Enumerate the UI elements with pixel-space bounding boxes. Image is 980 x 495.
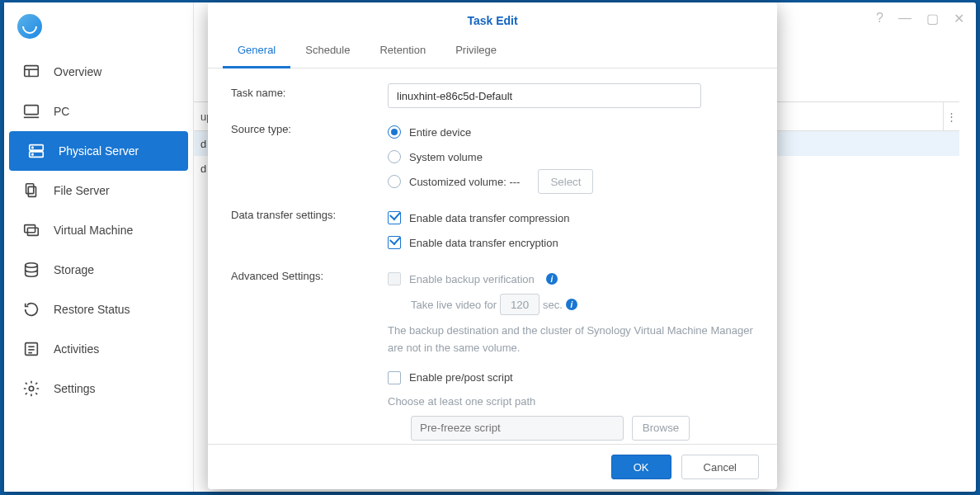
checkbox-encryption[interactable]: Enable data transfer encryption xyxy=(388,230,754,255)
checkbox-label: Enable pre/post script xyxy=(409,371,513,384)
info-icon[interactable]: i xyxy=(546,273,558,285)
ok-button[interactable]: OK xyxy=(611,455,671,479)
radio-label: System volume xyxy=(409,151,483,163)
radio-label: Customized volume: --- xyxy=(409,176,520,188)
modal-footer: OK Cancel xyxy=(208,444,777,489)
checkbox-icon xyxy=(388,211,401,224)
checkbox-label: Enable backup verification xyxy=(409,273,535,285)
tab-retention[interactable]: Retention xyxy=(365,35,441,68)
tab-privilege[interactable]: Privilege xyxy=(441,35,511,68)
radio-icon xyxy=(388,150,401,163)
pre-script-input xyxy=(411,416,624,441)
radio-label: Entire device xyxy=(409,126,471,139)
checkbox-label: Enable data transfer encryption xyxy=(409,237,558,249)
checkbox-script[interactable]: Enable pre/post script xyxy=(388,365,754,390)
browse-pre-button: Browse xyxy=(632,416,690,441)
checkbox-label: Enable data transfer compression xyxy=(409,212,569,224)
live-video-pre: Take live video for xyxy=(411,299,497,311)
live-video-row: Take live video for sec. i xyxy=(411,291,754,318)
live-video-post: sec. xyxy=(543,299,563,311)
task-name-input[interactable] xyxy=(388,83,701,108)
label-task-name: Task name: xyxy=(231,83,388,99)
radio-icon xyxy=(388,175,401,188)
select-volume-button: Select xyxy=(538,169,593,194)
vm-warning-text: The backup destination and the cluster o… xyxy=(388,323,754,357)
live-video-input xyxy=(500,294,539,315)
modal-tabs: General Schedule Retention Privilege xyxy=(208,35,777,68)
checkbox-icon xyxy=(388,371,401,384)
tab-general[interactable]: General xyxy=(223,35,290,68)
modal-title: Task Edit xyxy=(208,2,777,35)
modal-body: Task name: Source type: Entire device Sy… xyxy=(208,68,777,444)
radio-system-volume[interactable]: System volume xyxy=(388,144,754,169)
checkbox-verification: Enable backup verification i xyxy=(388,266,754,291)
radio-entire-device[interactable]: Entire device xyxy=(388,120,754,144)
radio-customized-volume[interactable]: Customized volume: --- Select xyxy=(388,169,754,194)
label-source-type: Source type: xyxy=(231,120,388,135)
info-icon[interactable]: i xyxy=(566,299,577,310)
cancel-button[interactable]: Cancel xyxy=(681,455,759,479)
checkbox-icon xyxy=(388,272,401,285)
label-data-transfer: Data transfer settings: xyxy=(231,205,388,221)
checkbox-icon xyxy=(388,236,401,249)
checkbox-compression[interactable]: Enable data transfer compression xyxy=(388,205,754,230)
script-hint: Choose at least one script path xyxy=(388,395,754,408)
task-edit-modal: Task Edit General Schedule Retention Pri… xyxy=(208,2,777,489)
pre-script-row: Browse xyxy=(411,416,754,441)
label-advanced: Advanced Settings: xyxy=(231,266,388,282)
radio-icon xyxy=(388,125,401,139)
tab-schedule[interactable]: Schedule xyxy=(290,35,365,68)
